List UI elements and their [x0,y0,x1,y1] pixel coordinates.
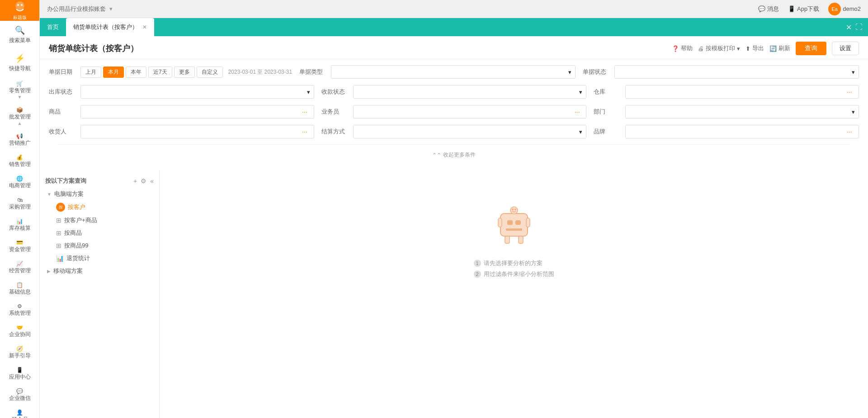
payment-status-label: 收款状态 [321,88,353,96]
topnav: 办公用品行业模拟账套 ▾ 💬 消息 📱 App下载 Ea demo2 [40,0,868,18]
chevron-down-icon: ▾ [579,89,582,95]
logo-icon [12,0,28,14]
sidebar-item-quicknav-label: 快捷导航 [9,65,31,72]
logo-area: 标题版 [0,0,40,21]
sidebar-item-ecommerce[interactable]: 🌐 电商管理 [0,172,40,193]
sidebar-item-sales[interactable]: 💰 销售管理 [0,151,40,172]
tab-close-all-btn[interactable]: ✕ [846,23,852,32]
svg-point-12 [512,209,514,210]
svg-rect-7 [498,218,502,227]
doc-status-label: 单据状态 [583,68,614,76]
sidebar-item-member[interactable]: 👤 畅会员 [0,406,40,418]
tab-sales-report[interactable]: 销货单统计表（按客户） ✕ [66,18,154,36]
sidebar-item-system-label: 系统管理 [9,309,31,317]
page-header: 销货单统计表（按客户） ❓ 帮助 🖨 按模板打印 ▾ ⬆ 导出 🔄 刷新 [40,36,868,59]
chevron-down-icon: ▾ [852,109,855,115]
tree-item-by-customer[interactable]: 按 按客户 [52,200,159,214]
sidebar-item-system[interactable]: ⚙ 系统管理 [0,299,40,321]
department-select[interactable]: ▾ [625,105,859,119]
payment-status-select[interactable]: ▾ [353,85,587,99]
doc-status-select[interactable]: ▾ [614,65,859,79]
sidebar-item-operation[interactable]: 📈 经营管理 [0,257,40,278]
settings-button[interactable]: 设置 [832,42,859,55]
warehouse-dots[interactable]: ··· [844,88,855,95]
out-status-label: 出库状态 [49,88,80,96]
date-filter-cell: 单据日期 上月 本月 本年 近7天 更多 自定义 2023-03-01 至 20… [49,65,292,79]
date-btn-custom[interactable]: 自定义 [197,66,223,78]
collapse-button[interactable]: ⌃⌃ 收起更多条件 [425,148,483,162]
sidebar-item-search[interactable]: 🔍 搜索菜单 [0,21,40,49]
grid3-icon: ⊞ [56,242,61,249]
brand-dots[interactable]: ··· [844,128,855,135]
tab-home[interactable]: 首页 [40,18,66,36]
app-download-btn[interactable]: 📱 App下载 [788,5,819,13]
export-btn[interactable]: ⬆ 导出 [745,44,764,52]
out-status-select[interactable]: ▾ [80,85,314,99]
left-panel: 按以下方案查询 + ⚙ « ▼ 电脑端方案 按 [40,171,160,418]
sidebar-item-purchase[interactable]: 🛍 采购管理 [0,193,40,214]
date-btn-last-month[interactable]: 上月 [80,66,101,78]
filter-row-4: 收货人 ··· 结算方式 ▾ 品牌 [49,124,859,139]
sidebar-item-coop[interactable]: 🤝 企业协同 [0,321,40,342]
sidebar-item-wechat[interactable]: 💬 企业微信 [0,385,40,406]
sidebar-item-quicknav[interactable]: ⚡ 快捷导航 [0,49,40,77]
tree-item-by-product-label: 按商品 [64,229,82,237]
receiver-dots[interactable]: ··· [299,128,310,135]
sidebar-item-finance[interactable]: 💳 资金管理 [0,236,40,257]
product-dots[interactable]: ··· [299,108,310,115]
svg-point-2 [21,4,23,6]
dropdown-icon[interactable]: ▾ [109,5,113,12]
add-scheme-btn[interactable]: + [133,177,137,185]
receiver-select[interactable]: ··· [80,125,314,138]
product-select[interactable]: ··· [80,105,314,119]
message-btn[interactable]: 💬 消息 [758,5,779,13]
product-cell: 商品 ··· [49,104,314,119]
tree-group-mobile[interactable]: ▶ 移动端方案 [40,265,159,277]
settings-scheme-btn[interactable]: ⚙ [141,177,146,185]
tree-item-by-product99[interactable]: ⊞ 按商品99 [52,239,159,252]
date-range-display: 2023-03-01 至 2023-03-31 [228,68,292,76]
refresh-btn[interactable]: 🔄 刷新 [769,44,790,52]
collapse-panel-btn[interactable]: « [150,177,154,185]
tree-item-by-product[interactable]: ⊞ 按商品 [52,227,159,239]
salesperson-dots[interactable]: ··· [572,108,583,115]
doc-type-select[interactable]: ▾ [331,65,576,79]
sidebar-item-wholesale[interactable]: 📦 批发管理 ▲ [0,103,40,129]
tree-item-by-customer-product[interactable]: ⊞ 按客户+商品 [52,214,159,227]
sidebar-item-appcenter[interactable]: 📱 应用中心 [0,363,40,385]
date-btn-7days[interactable]: 近7天 [148,66,172,78]
appcenter-icon: 📱 [16,367,23,373]
tab-close-icon[interactable]: ✕ [142,24,147,30]
brand-select[interactable]: ··· [625,125,859,138]
svg-point-11 [510,207,518,214]
message-icon: 💬 [758,5,765,12]
system-icon: ⚙ [17,303,22,309]
sidebar-item-wechat-label: 企业微信 [9,394,31,402]
sidebar-item-inventory[interactable]: 📊 库存核算 [0,214,40,236]
user-area[interactable]: Ea demo2 [828,3,861,15]
sidebar-item-basicinfo[interactable]: 📋 基础信息 [0,278,40,299]
sidebar-item-marketing[interactable]: 📢 营销推广 [0,129,40,151]
salesperson-select[interactable]: ··· [353,105,587,119]
date-btn-this-month[interactable]: 本月 [103,66,124,78]
app-title: 办公用品行业模拟账套 [47,5,106,13]
coop-icon: 🤝 [16,324,23,331]
date-btn-this-year[interactable]: 本年 [126,66,146,78]
tree-group-mobile-label: 移动端方案 [53,267,83,275]
date-btn-more[interactable]: 更多 [174,66,195,78]
doc-type-cell: 单据类型 ▾ [299,65,576,79]
query-button[interactable]: 查询 [796,42,826,55]
sidebar-item-guide[interactable]: 🧭 新手引导 [0,342,40,363]
collapse-up-icon: ⌃⌃ [432,152,441,158]
help-btn[interactable]: ❓ 帮助 [672,44,693,52]
tree-group-pc[interactable]: ▼ 电脑端方案 [40,188,159,200]
svg-rect-6 [506,228,522,231]
empty-state: 1 请先选择要分析的方案 2 用过滤条件来缩小分析范围 [160,171,868,308]
payment-method-select[interactable]: ▾ [353,125,587,138]
warehouse-select[interactable]: ··· [625,85,859,99]
tab-fullscreen-btn[interactable]: ⛶ [855,23,863,31]
sidebar-item-retail[interactable]: 🛒 零售管理 ▼ [0,77,40,103]
template-print-btn[interactable]: 🖨 按模板打印 ▾ [698,44,740,52]
collapse-label: 收起更多条件 [443,151,476,159]
tree-item-return-stats[interactable]: 📊 退货统计 [52,252,159,265]
